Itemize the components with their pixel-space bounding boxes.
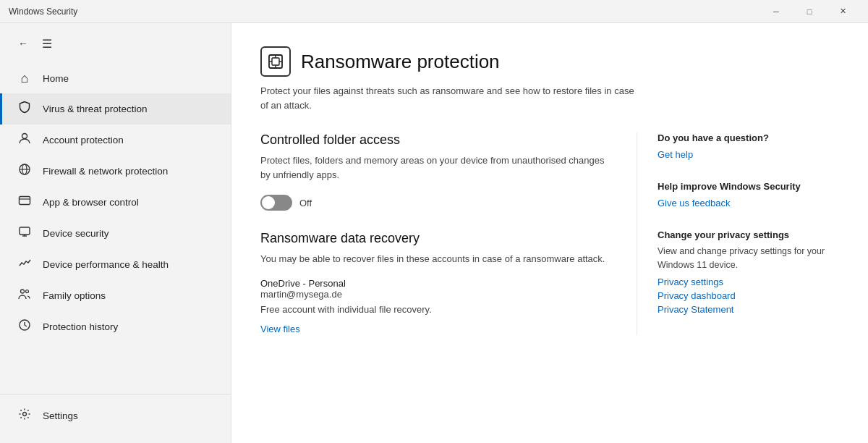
right-panel: Do you have a question? Get help Help im… [637, 132, 839, 335]
onedrive-name: OneDrive - Personal [260, 278, 608, 289]
sidebar-item-account-label: Account protection [43, 135, 124, 145]
sidebar-item-protection-history[interactable]: Protection history [0, 311, 231, 342]
shield-icon [17, 101, 33, 117]
back-button[interactable]: ← [12, 32, 35, 55]
onedrive-info: OneDrive - Personal martin@mysega.de [260, 278, 608, 300]
main-content: Ransomware protection Protect your files… [231, 23, 868, 443]
svg-rect-14 [272, 58, 279, 65]
window-controls: ─ □ ✕ [760, 0, 859, 23]
controlled-folder-toggle[interactable] [260, 195, 292, 211]
sidebar-item-firewall-label: Firewall & network protection [43, 166, 168, 177]
privacy-title: Change your privacy settings [658, 229, 839, 240]
svg-point-12 [23, 413, 27, 416]
settings-label: Settings [43, 410, 78, 421]
titlebar: Windows Security ─ □ ✕ [0, 0, 868, 23]
recovery-title: Ransomware data recovery [260, 231, 608, 246]
recovery-desc: You may be able to recover files in thes… [260, 252, 608, 266]
onedrive-email: martin@mysega.de [260, 289, 608, 300]
app-body: ← ☰ ⌂ Home Virus & threat protection [0, 23, 868, 443]
sidebar-item-home-label: Home [43, 73, 69, 84]
controlled-folder-title: Controlled folder access [260, 132, 608, 148]
close-button[interactable]: ✕ [826, 0, 859, 23]
history-icon [17, 318, 33, 335]
sidebar-item-virus[interactable]: Virus & threat protection [0, 93, 231, 125]
svg-point-0 [22, 134, 27, 139]
page-subtitle: Protect your files against threats such … [260, 84, 637, 112]
give-feedback-link[interactable]: Give us feedback [658, 198, 730, 208]
toggle-row: Off [260, 195, 608, 211]
svg-point-9 [21, 290, 25, 293]
sidebar: ← ☰ ⌂ Home Virus & threat protection [0, 23, 231, 443]
account-icon [17, 132, 33, 148]
home-icon: ⌂ [17, 71, 33, 86]
sidebar-item-protection-history-label: Protection history [43, 321, 118, 332]
maximize-button[interactable]: □ [793, 0, 826, 23]
left-column: Controlled folder access Protect files, … [260, 132, 608, 335]
hamburger-icon[interactable]: ☰ [42, 37, 52, 51]
feedback-title: Help improve Windows Security [658, 181, 839, 192]
privacy-desc: View and change privacy settings for you… [658, 245, 839, 272]
privacy-settings-link[interactable]: Privacy settings [658, 277, 839, 287]
toggle-label: Off [299, 198, 312, 208]
minimize-button[interactable]: ─ [760, 0, 793, 23]
sidebar-item-family[interactable]: Family options [0, 280, 231, 311]
page-header-icon [260, 46, 291, 77]
page-title: Ransomware protection [301, 51, 500, 73]
firewall-icon [17, 163, 33, 180]
sidebar-item-account[interactable]: Account protection [0, 125, 231, 156]
device-security-icon [17, 225, 33, 242]
question-title: Do you have a question? [658, 132, 839, 143]
right-section-question: Do you have a question? Get help [658, 132, 839, 161]
sidebar-item-device-security[interactable]: Device security [0, 218, 231, 249]
view-files-link[interactable]: View files [260, 324, 300, 334]
onedrive-status: Free account with individual file recove… [260, 304, 608, 315]
svg-rect-4 [20, 197, 30, 205]
sidebar-item-device-security-label: Device security [43, 228, 109, 239]
settings-icon [17, 408, 33, 424]
content-grid: Controlled folder access Protect files, … [260, 132, 839, 335]
app-title: Windows Security [9, 7, 760, 17]
sidebar-top: ← ☰ [0, 23, 231, 61]
sidebar-item-home[interactable]: ⌂ Home [0, 64, 231, 93]
sidebar-item-device-performance[interactable]: Device performance & health [0, 249, 231, 280]
family-icon [17, 287, 33, 304]
controlled-folder-desc: Protect files, folders and memory areas … [260, 153, 608, 182]
privacy-statement-link[interactable]: Privacy Statement [658, 304, 839, 315]
right-section-feedback: Help improve Windows Security Give us fe… [658, 181, 839, 209]
right-section-privacy: Change your privacy settings View and ch… [658, 229, 839, 315]
privacy-dashboard-link[interactable]: Privacy dashboard [658, 290, 839, 301]
app-browser-icon [17, 194, 33, 211]
sidebar-item-settings[interactable]: Settings [0, 400, 231, 431]
sidebar-item-app-browser-label: App & browser control [43, 197, 139, 208]
toggle-knob [262, 196, 275, 209]
sidebar-item-family-label: Family options [43, 290, 106, 301]
svg-rect-6 [20, 227, 30, 235]
get-help-link[interactable]: Get help [658, 149, 693, 160]
sidebar-item-firewall[interactable]: Firewall & network protection [0, 156, 231, 187]
sidebar-item-device-performance-label: Device performance & health [43, 259, 169, 270]
sidebar-item-app-browser[interactable]: App & browser control [0, 187, 231, 218]
device-performance-icon [17, 256, 33, 273]
svg-point-10 [26, 290, 29, 293]
page-header: Ransomware protection [260, 46, 839, 77]
nav-list: ⌂ Home Virus & threat protection [0, 61, 231, 394]
sidebar-item-virus-label: Virus & threat protection [43, 104, 148, 114]
sidebar-bottom: Settings [0, 394, 231, 443]
